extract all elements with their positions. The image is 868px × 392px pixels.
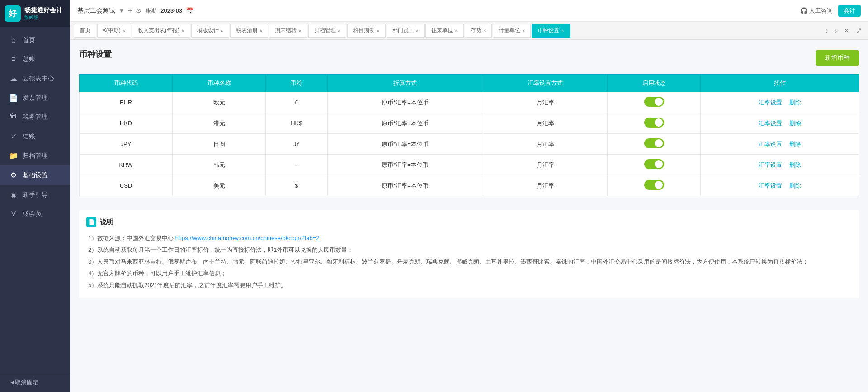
rate-setting-link-2[interactable]: 汇率设置	[759, 141, 782, 147]
tab-stock-close[interactable]: ×	[483, 28, 486, 33]
sidebar-item-archive[interactable]: 📁 归档管理	[0, 146, 70, 165]
table-row: EUR 欧元 € 原币*汇率=本位币 月汇率 汇率设置 删除	[80, 92, 859, 113]
rate-setting-link-1[interactable]: 汇率设置	[759, 120, 782, 127]
sidebar-pin-toggle[interactable]: ◄取消固定	[0, 373, 70, 392]
tab-nav: ‹ › × ⤢	[822, 25, 864, 36]
sidebar-item-tax[interactable]: 🏛 税务管理	[0, 108, 70, 127]
rate-setting-link-4[interactable]: 汇率设置	[759, 182, 782, 189]
toggle-3[interactable]	[644, 159, 664, 169]
ledger-icon: ≡	[9, 55, 18, 63]
table-row: JPY 日圆 J¥ 原币*汇率=本位币 月汇率 汇率设置 删除	[80, 134, 859, 155]
cell-name-2: 日圆	[173, 134, 266, 155]
new-currency-button[interactable]: 新增币种	[816, 50, 859, 66]
sidebar-item-guide[interactable]: ◉ 新手引导	[0, 185, 70, 204]
company-settings-icon[interactable]: ⚙	[136, 7, 142, 14]
toggle-track-0[interactable]	[644, 97, 664, 107]
toggle-track-3[interactable]	[644, 159, 664, 169]
tab-unit[interactable]: 计量单位 ×	[493, 24, 531, 38]
tab-department[interactable]: 部门员工 ×	[387, 24, 425, 38]
tab-income-label: 收入支出表(年报)	[138, 27, 179, 34]
toggle-track-4[interactable]	[644, 180, 664, 190]
company-dropdown-icon[interactable]: ▼	[119, 8, 124, 14]
tab-income[interactable]: 收入支出表(年报) ×	[132, 24, 190, 38]
tab-expand-icon[interactable]: ⤢	[853, 25, 864, 36]
tab-balance[interactable]: €(中期) ×	[97, 24, 131, 38]
sidebar-item-settlement[interactable]: ✓ 结账	[0, 127, 70, 146]
tab-income-close[interactable]: ×	[181, 28, 184, 33]
tab-department-label: 部门员工	[392, 27, 414, 34]
tab-period-end-close[interactable]: ×	[298, 28, 301, 33]
content-area: 币种设置 新增币种 币种代码 币种名称 币符 折算方式 汇率设置方式 启用状态 …	[70, 40, 868, 392]
delete-link-2[interactable]: 删除	[789, 141, 801, 147]
sidebar-item-member-label: 畅会员	[23, 210, 42, 218]
tab-template[interactable]: 模版设计 ×	[191, 24, 229, 38]
rate-setting-link-0[interactable]: 汇率设置	[759, 99, 782, 106]
delete-link-3[interactable]: 删除	[789, 161, 801, 168]
sidebar-item-settlement-label: 结账	[23, 132, 35, 141]
rate-setting-link-3[interactable]: 汇率设置	[759, 161, 782, 168]
account-button[interactable]: 会计	[838, 5, 861, 17]
sidebar-item-invoice[interactable]: 📄 发票管理	[0, 88, 70, 108]
toggle-track-2[interactable]	[644, 138, 664, 148]
toggle-2[interactable]	[644, 138, 664, 148]
top-header: 基层工会测试 ▼ + ⚙ 账期 2023-03 📅 🎧 人工咨询 会计	[70, 0, 868, 22]
cell-rate-type-2: 月汇率	[483, 134, 608, 155]
toggle-thumb-0	[655, 98, 663, 106]
tab-partner[interactable]: 往来单位 ×	[425, 24, 463, 38]
logo-icon: 好	[5, 5, 21, 22]
tab-unit-close[interactable]: ×	[522, 28, 525, 33]
reports-icon: ☁	[9, 74, 18, 83]
sidebar-item-home[interactable]: ⌂ 首页	[0, 31, 70, 50]
help-button[interactable]: 🎧 人工咨询	[800, 7, 833, 15]
cell-symbol-4: $	[266, 175, 327, 196]
cell-name-4: 美元	[173, 175, 266, 196]
tab-stock-label: 存货	[471, 27, 481, 34]
notes-link[interactable]: https://www.chinamoney.com.cn/chinese/bk…	[175, 235, 320, 241]
sidebar-item-archive-label: 归档管理	[23, 152, 48, 160]
toggle-thumb-4	[655, 181, 663, 189]
sidebar-item-reports-label: 云报表中心	[23, 75, 54, 83]
tab-archive[interactable]: 归档管理 ×	[308, 24, 346, 38]
toggle-track-1[interactable]	[644, 118, 664, 128]
tab-tax-clear-close[interactable]: ×	[259, 28, 262, 33]
add-company-icon[interactable]: +	[128, 7, 132, 15]
help-label: 人工咨询	[809, 7, 833, 15]
archive-icon: 📁	[9, 151, 18, 160]
sidebar-item-basic[interactable]: ⚙ 基础设置	[0, 165, 70, 185]
cell-calc-2: 原币*汇率=本位币	[327, 134, 483, 155]
toggle-0[interactable]	[644, 97, 664, 107]
tab-stock[interactable]: 存货 ×	[465, 24, 492, 38]
notes-title-label: 说明	[100, 218, 113, 227]
calendar-icon[interactable]: 📅	[186, 7, 193, 14]
sidebar-item-ledger[interactable]: ≡ 总账	[0, 50, 70, 69]
toggle-4[interactable]	[644, 180, 664, 190]
tab-currency[interactable]: 币种设置 ×	[532, 24, 570, 38]
toggle-1[interactable]	[644, 118, 664, 128]
tab-subjects-close[interactable]: ×	[377, 28, 379, 33]
tab-tax-clear-label: 税表清册	[236, 27, 258, 34]
tab-archive-close[interactable]: ×	[338, 28, 340, 33]
tab-partner-close[interactable]: ×	[455, 28, 458, 33]
page-title: 币种设置	[79, 49, 112, 60]
sidebar-item-reports[interactable]: ☁ 云报表中心	[0, 69, 70, 88]
home-icon: ⌂	[9, 36, 18, 44]
tab-balance-close[interactable]: ×	[123, 28, 125, 33]
delete-link-1[interactable]: 删除	[789, 120, 801, 127]
tab-subjects[interactable]: 科目期初 ×	[347, 24, 385, 38]
tab-next-icon[interactable]: ›	[832, 26, 840, 36]
tab-close-all-icon[interactable]: ×	[842, 26, 851, 36]
col-code: 币种代码	[80, 75, 173, 92]
tab-tax-clear[interactable]: 税表清册 ×	[230, 24, 268, 38]
tab-department-close[interactable]: ×	[416, 28, 419, 33]
tab-template-close[interactable]: ×	[221, 28, 223, 33]
tab-period-end[interactable]: 期末结转 ×	[269, 24, 307, 38]
tab-currency-close[interactable]: ×	[561, 28, 564, 33]
sidebar-item-member[interactable]: V 畅会员	[0, 204, 70, 223]
delete-link-0[interactable]: 删除	[789, 99, 801, 106]
logo-text: 畅捷通好会计 旗舰版	[24, 6, 62, 21]
settlement-icon: ✓	[9, 132, 18, 141]
delete-link-4[interactable]: 删除	[789, 182, 801, 189]
tab-template-label: 模版设计	[197, 27, 219, 34]
tab-home[interactable]: 首页	[74, 24, 96, 38]
tab-prev-icon[interactable]: ‹	[822, 26, 830, 36]
